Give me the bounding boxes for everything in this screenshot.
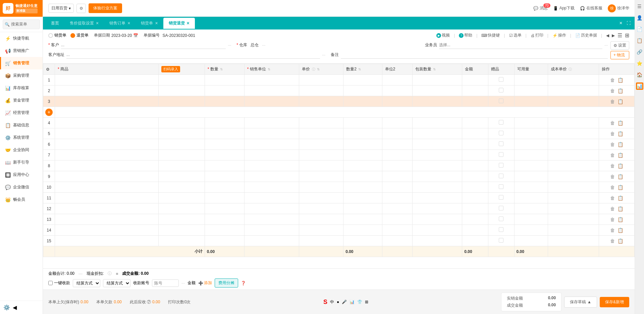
product-cell[interactable]: [55, 203, 159, 214]
price-cell[interactable]: [299, 85, 343, 96]
price-cell[interactable]: [299, 225, 343, 236]
unit2-cell[interactable]: [382, 85, 412, 96]
pack-qty-cell[interactable]: [412, 75, 462, 85]
right-panel-icon-8[interactable]: 📊: [636, 82, 643, 90]
gift-checkbox[interactable]: [499, 120, 503, 125]
cost-price-cell[interactable]: [548, 75, 599, 85]
settings-icon[interactable]: ⚙️: [3, 304, 10, 311]
available-cell[interactable]: [514, 193, 548, 203]
quantity-cell[interactable]: [205, 203, 244, 214]
unit2-cell[interactable]: [382, 214, 412, 225]
unit2-cell[interactable]: [382, 128, 412, 139]
sidebar-item-sales[interactable]: 🛒 销售管理: [0, 57, 43, 69]
quantity2-cell[interactable]: [343, 171, 382, 182]
available-cell[interactable]: [514, 75, 548, 85]
amount-cell[interactable]: [462, 214, 488, 225]
customer-dots[interactable]: ···: [228, 43, 231, 48]
product-cell[interactable]: [55, 193, 159, 203]
quantity2-cell[interactable]: [343, 225, 382, 236]
right-panel-icon-3[interactable]: 📄: [636, 25, 643, 33]
settings-btn[interactable]: ⚙ 设置: [610, 41, 629, 50]
gift-cell[interactable]: [488, 182, 514, 193]
available-cell[interactable]: [514, 139, 548, 150]
discount-info-icon[interactable]: ⓘ: [108, 271, 112, 276]
pack-qty-cell[interactable]: [412, 128, 462, 139]
quantity-cell[interactable]: [205, 150, 244, 161]
pack-qty-cell[interactable]: [412, 161, 462, 171]
quantity-cell[interactable]: [205, 85, 244, 96]
copy-btn[interactable]: 📋: [617, 98, 624, 105]
price-cell[interactable]: [299, 214, 343, 225]
gift-checkbox[interactable]: [499, 99, 503, 103]
save-draft-button[interactable]: 保存草稿 ▲: [564, 297, 597, 308]
gift-checkbox[interactable]: [499, 174, 503, 178]
right-panel-icon-1[interactable]: ☰: [636, 3, 643, 10]
settlement-select[interactable]: 结算方式: [73, 279, 100, 287]
right-panel-icon-7[interactable]: 🏠: [636, 71, 643, 78]
quantity2-cell[interactable]: [343, 214, 382, 225]
unit-cell[interactable]: [244, 193, 299, 203]
product-cell[interactable]: [55, 118, 159, 128]
account-dots[interactable]: ···: [181, 281, 185, 286]
gift-cell[interactable]: [488, 203, 514, 214]
gift-checkbox[interactable]: [499, 216, 503, 221]
sidebar-item-newuser[interactable]: 📖 新手引导: [0, 156, 43, 169]
quantity2-cell[interactable]: [343, 139, 382, 150]
unit2-cell[interactable]: [382, 236, 412, 246]
product-cell[interactable]: [55, 171, 159, 182]
print-btn[interactable]: 🖨 打印: [531, 33, 543, 38]
delete-btn[interactable]: 🗑: [609, 205, 615, 212]
price-cell[interactable]: [299, 236, 343, 246]
quantity2-cell[interactable]: [343, 161, 382, 171]
available-cell[interactable]: [514, 150, 548, 161]
delete-btn[interactable]: 🗑: [609, 163, 615, 169]
gift-cell[interactable]: [488, 128, 514, 139]
gift-cell[interactable]: [488, 118, 514, 128]
sidebar-item-inventory[interactable]: 📊 库存核算: [0, 82, 43, 94]
amount-cell[interactable]: [462, 161, 488, 171]
copy-btn[interactable]: 📋: [617, 205, 624, 212]
gift-checkbox[interactable]: [499, 163, 503, 168]
close-tab-btn[interactable]: ✕: [618, 20, 624, 26]
cost-price-cell[interactable]: [548, 118, 599, 128]
help-btn[interactable]: ? 帮助: [459, 33, 472, 38]
amount-cell[interactable]: [462, 182, 488, 193]
one-key-collect-checkbox[interactable]: 一键收款: [48, 280, 70, 286]
quantity2-cell[interactable]: [343, 96, 382, 107]
quantity2-cell[interactable]: [343, 75, 382, 85]
gift-cell[interactable]: [488, 171, 514, 182]
sidebar-item-system[interactable]: ⚙️ 系统管理: [0, 131, 43, 144]
right-panel-icon-2[interactable]: 👤: [636, 14, 643, 21]
qty-sort-icon[interactable]: ⇅: [220, 67, 223, 71]
sidebar-item-enterprise[interactable]: 🤝 企业协同: [0, 144, 43, 156]
available-cell[interactable]: [514, 182, 548, 193]
tab-close-icon[interactable]: ×: [127, 21, 130, 25]
view-list-icon[interactable]: ☰: [618, 32, 622, 39]
price-cell[interactable]: [299, 75, 343, 85]
product-input[interactable]: [57, 99, 156, 104]
right-panel-icon-4[interactable]: 📋: [636, 37, 643, 44]
unit-cell[interactable]: [244, 128, 299, 139]
split-btn[interactable]: 费用分摊: [215, 278, 238, 288]
unit-cell[interactable]: [244, 139, 299, 150]
delete-btn[interactable]: 🗑: [609, 184, 615, 191]
tab-sales-order[interactable]: 销售订单 ×: [104, 18, 136, 29]
unit2-cell[interactable]: [382, 118, 412, 128]
unit2-cell[interactable]: [382, 225, 412, 236]
copy-btn[interactable]: 📋: [617, 141, 624, 148]
gift-cell[interactable]: [488, 96, 514, 107]
amount-cell[interactable]: [462, 225, 488, 236]
pack-sort-icon[interactable]: ⇅: [433, 67, 436, 71]
video-btn[interactable]: ▶ 视频: [436, 33, 450, 38]
quantity-cell[interactable]: [205, 193, 244, 203]
unit2-cell[interactable]: [382, 171, 412, 182]
add-row-btn[interactable]: +: [45, 109, 53, 116]
available-cell[interactable]: [514, 171, 548, 182]
price-cell[interactable]: [299, 161, 343, 171]
product-cell[interactable]: [55, 150, 159, 161]
remark-input[interactable]: [341, 51, 608, 59]
sidebar-item-marketing[interactable]: 📢 营销推广: [0, 45, 43, 57]
sidebar-item-purchase[interactable]: 📦 采购管理: [0, 69, 43, 82]
quantity-cell[interactable]: [205, 75, 244, 85]
collapse-icon[interactable]: ◀: [13, 304, 17, 311]
